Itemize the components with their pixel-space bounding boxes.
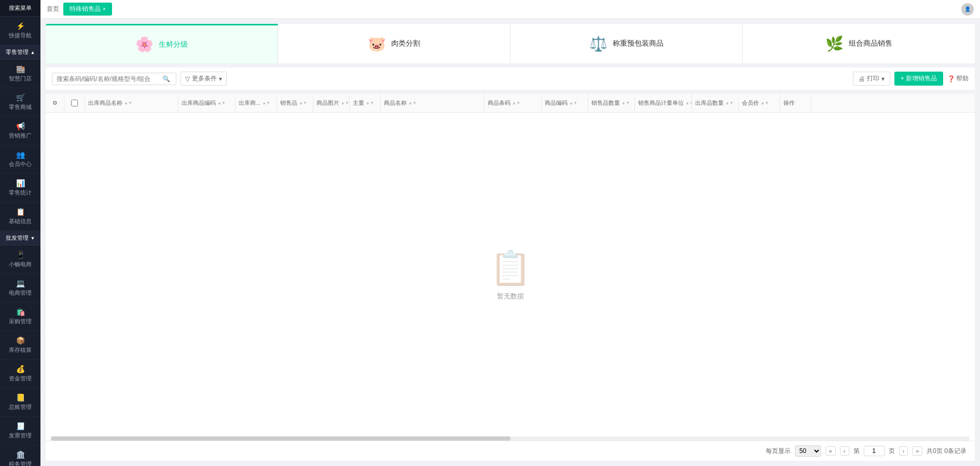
tab-meat-cut[interactable]: 🐷 肉类分割 [278, 24, 510, 63]
sidebar-item-label: 零售统计 [9, 189, 32, 197]
active-tab[interactable]: 特殊销售品 × [63, 3, 112, 16]
sort-icon-out-code[interactable]: ▲▼ [217, 101, 226, 105]
tax-mgmt-icon: 🏛️ [16, 450, 25, 459]
sort-icon-sale-item[interactable]: ▲▼ [299, 101, 307, 105]
inventory-icon: 📦 [16, 336, 25, 345]
sort-icon-sale-qty[interactable]: ▲▼ [622, 101, 630, 105]
toolbar: 🔍 ▽ 更多条件 ▾ 🖨 打印 ▾ + 新增销售品 ❓ 帮助 [46, 67, 975, 90]
filter-icon: ▽ [185, 75, 190, 83]
sidebar-item-purchase-mgmt[interactable]: 🛍️ 采购管理 [0, 303, 40, 331]
sort-icon-good-name[interactable]: ▲▼ [408, 101, 417, 105]
pagination: 每页显示 50 10 20 100 « ‹ 第 页 › » 共0页 0条记录 [46, 441, 975, 461]
sidebar-item-retail-city[interactable]: 🛒 零售商城 [0, 88, 40, 117]
tab-close-icon[interactable]: × [103, 6, 106, 12]
th-out-qty: 出库品数量 ▲▼ [692, 94, 739, 112]
user-avatar[interactable]: 👤 [961, 3, 974, 16]
sidebar-section-retail[interactable]: 零售管理 ▲ [0, 45, 40, 60]
sidebar-item-finance-mgmt[interactable]: 💰 资金管理 [0, 360, 40, 388]
first-page-button[interactable]: « [825, 446, 836, 456]
fresh-grade-label: 生鲜分级 [159, 40, 188, 49]
th-member-price: 会员价 ▲▼ [739, 94, 780, 112]
tab-combo-sale[interactable]: 🌿 组合商品销售 [743, 24, 975, 63]
sort-icon-out-spec[interactable]: ▲▼ [262, 101, 270, 105]
sidebar-logo[interactable]: 搜索菜单 [0, 0, 40, 17]
tab-fresh-grade[interactable]: 🌸 生鲜分级 [46, 24, 278, 63]
empty-text: 暂无数据 [497, 292, 524, 301]
sidebar-item-inventory[interactable]: 📦 库存核算 [0, 331, 40, 360]
sidebar-item-sales-promo[interactable]: 📢 营销推广 [0, 117, 40, 145]
prev-page-button[interactable]: ‹ [840, 446, 849, 456]
sidebar-section-wholesale[interactable]: 批发管理 ▼ [0, 231, 40, 245]
search-input[interactable] [57, 75, 160, 83]
sidebar-item-ledger-mgmt[interactable]: 📒 总账管理 [0, 388, 40, 417]
topbar: 首页 特殊销售品 × 👤 [40, 0, 980, 19]
th-sale-unit-label: 销售商品计量单位 [638, 99, 684, 107]
th-settings[interactable]: ⚙ [46, 94, 64, 112]
sort-icon-out-name[interactable]: ▲▼ [124, 101, 132, 105]
th-op: 操作 [780, 94, 811, 112]
sidebar-item-tax-mgmt[interactable]: 🏛️ 税务管理 [0, 445, 40, 466]
sidebar-item-smart-store[interactable]: 🏬 智慧门店 [0, 60, 40, 88]
sort-icon-main[interactable]: ▲▼ [366, 101, 374, 105]
ledger-mgmt-icon: 📒 [16, 393, 25, 402]
quick-nav-icon: ⚡ [16, 22, 25, 30]
tab-scale-pack[interactable]: ⚖️ 称重预包装商品 [510, 24, 743, 63]
sort-icon-barcode[interactable]: ▲▼ [512, 101, 520, 105]
finance-mgmt-icon: 💰 [16, 365, 25, 373]
sort-icon-sale-unit[interactable]: ▲▼ [685, 101, 692, 105]
help-label: 帮助 [956, 74, 969, 83]
next-page-button[interactable]: › [899, 446, 908, 456]
th-good-code: 商品编码 ▲▼ [542, 94, 588, 112]
help-button[interactable]: ❓ 帮助 [947, 74, 969, 83]
sidebar-item-retail-stats[interactable]: 📊 零售统计 [0, 174, 40, 202]
sidebar-item-ecom-mgmt[interactable]: 💻 电商管理 [0, 274, 40, 303]
sidebar-item-label: 会员中心 [9, 160, 32, 168]
th-op-label: 操作 [783, 99, 795, 107]
search-box[interactable]: 🔍 [52, 73, 176, 85]
sort-icon-good-code[interactable]: ▲▼ [569, 101, 577, 105]
sidebar-item-label: 电商管理 [9, 289, 32, 297]
sidebar-item-mini-ecom[interactable]: 📱 小畅电商 [0, 245, 40, 274]
th-out-code: 出库商品编码 ▲▼ [178, 94, 236, 112]
scrollbar-thumb[interactable] [51, 436, 510, 441]
toolbar-right: 🖨 打印 ▾ + 新增销售品 ❓ 帮助 [853, 72, 969, 86]
add-button[interactable]: + 新增销售品 [894, 72, 943, 86]
home-link[interactable]: 首页 [47, 5, 59, 13]
search-icon[interactable]: 🔍 [162, 75, 170, 83]
sort-icon-out-qty[interactable]: ▲▼ [725, 101, 734, 105]
sort-icon-img[interactable]: ▲▼ [341, 101, 349, 105]
th-member-price-label: 会员价 [742, 99, 759, 107]
per-page-select[interactable]: 50 10 20 100 [795, 445, 821, 457]
filter-label: 更多条件 [192, 74, 217, 83]
purchase-mgmt-icon: 🛍️ [16, 308, 25, 316]
sidebar-item-member-center[interactable]: 👥 会员中心 [0, 145, 40, 174]
sidebar-item-basic-info[interactable]: 📋 基础信息 [0, 202, 40, 231]
last-page-button[interactable]: » [912, 446, 922, 456]
select-all-checkbox[interactable] [71, 100, 78, 106]
sidebar-item-label: 营销推广 [9, 132, 32, 140]
th-check[interactable] [64, 94, 85, 112]
scale-pack-label: 称重预包装商品 [613, 39, 664, 48]
sidebar-item-invoice-mgmt[interactable]: 🧾 发票管理 [0, 417, 40, 445]
sidebar-item-label: 总账管理 [9, 403, 32, 411]
sort-icon-member-price[interactable]: ▲▼ [761, 101, 769, 105]
filter-button[interactable]: ▽ 更多条件 ▾ [181, 72, 227, 86]
page-input[interactable] [864, 446, 885, 456]
sales-promo-icon: 📢 [16, 122, 25, 130]
page-suffix: 页 [889, 447, 895, 456]
help-icon: ❓ [947, 75, 955, 83]
print-button[interactable]: 🖨 打印 ▾ [853, 72, 890, 86]
horizontal-scrollbar[interactable] [51, 436, 970, 441]
member-center-icon: 👥 [16, 150, 25, 159]
th-barcode: 商品条码 ▲▼ [485, 94, 542, 112]
print-icon: 🖨 [859, 75, 865, 83]
table-container: ⚙ 出库商品名称 ▲▼ 出库商品编码 ▲▼ 出库商... ▲▼ [46, 94, 975, 461]
invoice-mgmt-icon: 🧾 [16, 422, 25, 430]
add-label: + 新增销售品 [901, 74, 937, 83]
th-main-label: 主量 [353, 99, 364, 107]
sidebar-item-label: 税务管理 [9, 460, 32, 466]
sidebar-item-label: 基础信息 [9, 217, 32, 225]
per-page-label: 每页显示 [766, 447, 791, 456]
th-out-code-label: 出库商品编码 [182, 99, 216, 107]
sidebar-item-quick-nav[interactable]: ⚡ 快捷导航 [0, 17, 40, 45]
